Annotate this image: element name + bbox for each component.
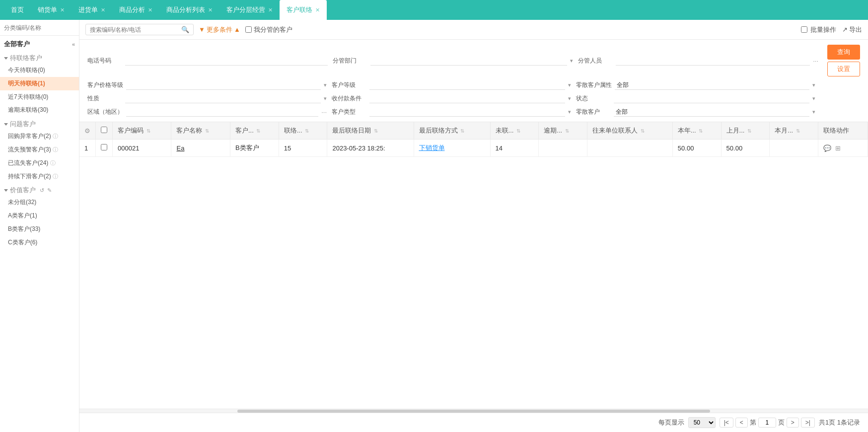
filter-input-status[interactable] <box>614 94 809 103</box>
nav-goods-analysis[interactable]: 商品分析 ✕ <box>112 0 159 20</box>
all-customers-header[interactable]: 全部客户 « <box>0 36 79 51</box>
sidebar-item-declining[interactable]: 持续下滑客户(2) ⓘ <box>0 170 79 183</box>
batch-op-btn[interactable]: 批量操作 <box>801 25 836 34</box>
select-all-checkbox[interactable] <box>101 127 107 133</box>
per-page-select[interactable]: 50 100 200 <box>688 417 716 428</box>
col-last-date[interactable]: 最后联络日期 ⇅ <box>327 122 414 140</box>
comment-icon[interactable]: 💬 <box>823 144 831 152</box>
filter-input-customer-type[interactable] <box>369 107 565 117</box>
collapse-icon[interactable]: « <box>72 41 75 47</box>
filter-label-dept: 分管部门 <box>333 57 367 65</box>
col-type[interactable]: 客户... ⇅ <box>230 122 279 140</box>
group-problem-customers[interactable]: 问题客户 <box>0 117 79 130</box>
col-unlinkd[interactable]: 未联... ⇅ <box>490 122 539 140</box>
top-nav: 首页 销货单 ✕ 进货单 ✕ 商品分析 ✕ 商品分析列表 ✕ 客户分层经营 ✕ … <box>0 0 868 20</box>
sidebar-item-abnormal-repurchase[interactable]: 回购异常客户(2) ⓘ <box>0 130 79 143</box>
nav-goods-analysis-close[interactable]: ✕ <box>148 7 152 13</box>
page-suffix: 页 <box>778 418 785 427</box>
cell-checkbox[interactable] <box>96 140 113 157</box>
nav-purchase[interactable]: 进货单 ✕ <box>72 0 112 20</box>
grid-icon[interactable]: ⊞ <box>835 144 841 152</box>
sidebar-search-input[interactable] <box>4 24 78 31</box>
nav-goods-analysis-list-close[interactable]: ✕ <box>208 7 213 13</box>
nav-purchase-close[interactable]: ✕ <box>101 7 105 13</box>
nav-home[interactable]: 首页 <box>4 0 31 20</box>
more-filter-btn[interactable]: ▼ 更多条件 ▲ <box>199 25 240 34</box>
nav-customer-segment[interactable]: 客户分层经营 ✕ <box>219 0 280 20</box>
nav-goods-analysis-list[interactable]: 商品分析列表 ✕ <box>159 0 219 20</box>
col-settings[interactable]: ⚙ <box>79 122 96 140</box>
set-button[interactable]: 设置 <box>827 62 860 76</box>
col-contact-person[interactable]: 往来单位联系人 ⇅ <box>587 122 673 140</box>
filter-label-status: 状态 <box>576 94 611 103</box>
filter-input-dept[interactable] <box>370 56 567 66</box>
sidebar-item-class-a[interactable]: A类客户(1) <box>0 209 79 222</box>
nav-customer-segment-close[interactable]: ✕ <box>268 7 273 13</box>
filter-input-nature[interactable] <box>125 94 321 103</box>
dots-icon-manager[interactable]: ··· <box>813 57 818 65</box>
export-btn[interactable]: ↗ 导出 <box>842 25 862 34</box>
chevron-down-icon-3: ▾ <box>568 82 571 88</box>
filter-input-phone[interactable] <box>125 56 328 66</box>
horizontal-scrollbar[interactable] <box>79 409 868 413</box>
search-bar: 🔍 ▼ 更多条件 ▲ 我分管的客户 批量操作 ↗ 导出 <box>79 20 868 40</box>
filter-input-customer-level[interactable] <box>369 80 565 90</box>
pagination: |< < 第 页 > >| <box>720 418 815 428</box>
sidebar-item-churn-warning[interactable]: 流失预警客户(3) ⓘ <box>0 143 79 156</box>
sidebar-item-today-contact[interactable]: 今天待联络(0) <box>0 64 79 77</box>
cell-name[interactable]: Ea <box>171 140 230 157</box>
col-name[interactable]: 客户名称 ⇅ <box>171 122 230 140</box>
sidebar-item-overdue-contact[interactable]: 逾期未联络(30) <box>0 103 79 117</box>
sidebar-item-class-c[interactable]: C类客户(6) <box>0 236 79 249</box>
col-this-year[interactable]: 本年... ⇅ <box>672 122 721 140</box>
my-customer-checkbox[interactable]: 我分管的客户 <box>245 25 292 34</box>
prev-page-btn[interactable]: < <box>735 418 748 428</box>
cell-last-date: 2023-05-23 18:25: <box>327 140 414 157</box>
page-input[interactable] <box>758 418 776 428</box>
col-last-method[interactable]: 最后联络方式 ⇅ <box>414 122 490 140</box>
dots-icon-region[interactable]: ··· <box>321 108 327 116</box>
sidebar-item-churned[interactable]: 已流失客户(24) ⓘ <box>0 156 79 170</box>
filter-input-retail-customer[interactable] <box>614 107 809 117</box>
sidebar-item-class-b[interactable]: B类客户(33) <box>0 222 79 236</box>
search-input[interactable] <box>90 26 179 33</box>
batch-op-checkbox[interactable] <box>801 26 807 33</box>
filter-row-3: 性质 ▾ 收付款条件 ▾ 状态 ▾ <box>87 94 860 103</box>
filter-cell-retail-attr: 零散客户属性 ▾ <box>576 80 815 90</box>
col-last-month[interactable]: 上月... ⇅ <box>721 122 770 140</box>
col-contact-count[interactable]: 联络... ⇅ <box>279 122 327 140</box>
nav-sales-close[interactable]: ✕ <box>60 7 65 13</box>
query-button[interactable]: 查询 <box>827 45 860 60</box>
nav-customer-contact[interactable]: 客户联络 ✕ <box>280 0 327 20</box>
scrollbar-thumb[interactable] <box>237 410 711 413</box>
filter-input-region[interactable] <box>126 107 318 117</box>
filter-input-price-level[interactable] <box>126 80 321 90</box>
group-value-customers[interactable]: 价值客户 ↺ ✎ <box>0 183 79 196</box>
filter-cell-customer-level: 客户等级 ▾ <box>332 80 571 90</box>
filter-input-retail-attr[interactable] <box>615 80 809 90</box>
row-checkbox[interactable] <box>101 144 107 150</box>
cell-action[interactable]: 💬 ⊞ <box>818 140 868 157</box>
col-code[interactable]: 客户编码 ⇅ <box>113 122 171 140</box>
filter-input-manager[interactable] <box>616 56 810 66</box>
col-checkbox[interactable] <box>96 122 113 140</box>
col-overdue[interactable]: 逾期... ⇅ <box>539 122 587 140</box>
nav-customer-contact-close[interactable]: ✕ <box>315 7 320 13</box>
nav-sales[interactable]: 销货单 ✕ <box>31 0 72 20</box>
cell-last-method[interactable]: 下销货单 <box>414 140 490 157</box>
my-customer-check-input[interactable] <box>245 26 252 33</box>
search-icon[interactable]: 🔍 <box>181 26 189 33</box>
filter-input-payment[interactable] <box>369 94 565 103</box>
group-pending-contact[interactable]: 待联络客户 <box>0 51 79 64</box>
sidebar-item-7days-contact[interactable]: 近7天待联络(0) <box>0 90 79 104</box>
first-page-btn[interactable]: |< <box>720 418 733 428</box>
sidebar-item-unclassified[interactable]: 未分组(32) <box>0 196 79 209</box>
last-page-btn[interactable]: >| <box>801 418 815 428</box>
filter-label-payment: 收付款条件 <box>332 94 366 103</box>
next-page-btn[interactable]: > <box>787 418 799 428</box>
col-this-month[interactable]: 本月... ⇅ <box>770 122 818 140</box>
cell-this-month <box>770 140 818 157</box>
chevron-down-icon-7: ▾ <box>812 95 815 102</box>
sidebar-item-tomorrow-contact[interactable]: 明天待联络(1) <box>0 77 79 90</box>
filter-label-manager: 分管人员 <box>578 57 613 65</box>
